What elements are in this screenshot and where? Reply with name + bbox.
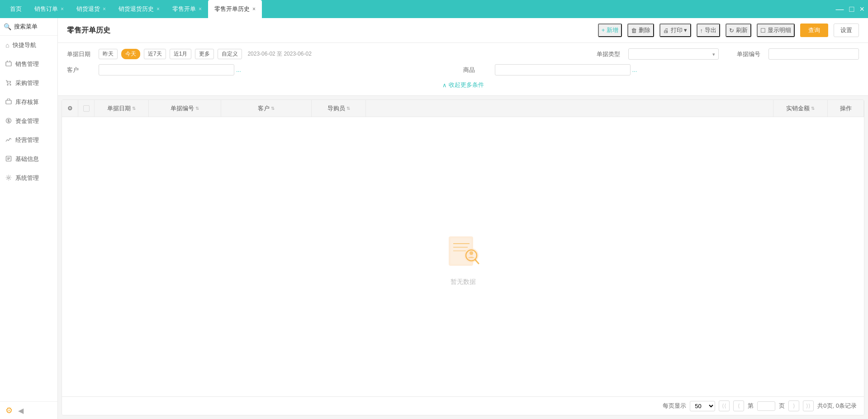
sidebar-bottom: ⚙ ◀: [0, 401, 57, 419]
delete-button[interactable]: 🗑 🗑 删除 删除: [627, 24, 654, 37]
export-icon: ↑: [700, 27, 703, 34]
sidebar-item-operations[interactable]: 经营管理: [0, 131, 57, 150]
sidebar-item-purchase[interactable]: 采购管理: [0, 74, 57, 93]
close-window-button[interactable]: ×: [859, 5, 864, 13]
collapse-sidebar-icon[interactable]: ◀: [18, 406, 24, 415]
date-btn-7days[interactable]: 近7天: [144, 49, 166, 59]
page-size-select[interactable]: 50 100 200: [690, 401, 715, 411]
table-area: ⚙ 单据日期 ⇅ 单据编号 ⇅ 客户 ⇅ 导购员: [62, 99, 864, 415]
tab-return[interactable]: 销货退货 ×: [70, 0, 112, 18]
tab-retail-order-close[interactable]: ×: [199, 6, 202, 12]
select-all-checkbox[interactable]: [83, 105, 90, 112]
maximize-button[interactable]: □: [849, 5, 854, 13]
th-customer-label: 客户: [258, 104, 270, 113]
type-select[interactable]: [628, 48, 719, 60]
tab-sales-order[interactable]: 销售订单 ×: [28, 0, 70, 18]
tab-retail-order[interactable]: 零售开单 ×: [166, 0, 208, 18]
prev-page-button[interactable]: ⟨: [733, 400, 744, 411]
settings-button[interactable]: 设置: [834, 24, 859, 37]
num-input[interactable]: [768, 48, 859, 60]
filter-area: 单据日期 昨天 今天 近7天 近1月 更多 自定义 2023-06-02 至 2…: [58, 43, 868, 96]
tab-sales-order-label: 销售订单: [34, 5, 58, 13]
settings-gear-icon[interactable]: ⚙: [5, 405, 13, 415]
content-area: 零售开单历史 + 新增 🗑 🗑 删除 删除 🖨 打印 ▾ ↑ 导出 ↻: [58, 18, 868, 419]
search-icon: 🔍: [4, 23, 11, 30]
collapse-button[interactable]: ∧ 收起更多条件: [437, 80, 489, 90]
tab-sales-order-close[interactable]: ×: [61, 6, 64, 12]
tab-home[interactable]: 首页: [4, 0, 28, 18]
sidebar-item-base-info[interactable]: 基础信息: [0, 150, 57, 169]
th-num[interactable]: 单据编号 ⇅: [149, 100, 221, 117]
customer-ellipsis-btn[interactable]: ...: [234, 66, 243, 73]
date-btn-custom[interactable]: 自定义: [218, 49, 242, 59]
svg-rect-3: [6, 100, 11, 104]
date-label: 单据日期: [67, 50, 99, 58]
page-title: 零售开单历史: [67, 26, 110, 41]
export-button[interactable]: ↑ 导出: [697, 24, 721, 37]
customer-input[interactable]: [99, 64, 234, 75]
purchase-icon: [5, 80, 12, 87]
th-guide[interactable]: 导购员 ⇅: [312, 100, 366, 117]
date-btn-yesterday[interactable]: 昨天: [99, 49, 118, 59]
add-button[interactable]: + 新增: [598, 24, 622, 37]
tab-return-history-close[interactable]: ×: [157, 6, 160, 12]
date-filters: 昨天 今天 近7天 近1月 更多 自定义 2023-06-02 至 2023-0…: [99, 49, 312, 59]
th-guide-label: 导购员: [327, 104, 345, 113]
goods-input[interactable]: [495, 64, 631, 75]
th-settings[interactable]: ⚙: [62, 100, 78, 117]
th-amount[interactable]: 实销金额 ⇅: [773, 100, 828, 117]
empty-text: 暂无数据: [451, 278, 476, 286]
table-header: ⚙ 单据日期 ⇅ 单据编号 ⇅ 客户 ⇅ 导购员: [62, 100, 864, 117]
tab-return-close[interactable]: ×: [103, 6, 106, 12]
date-btn-more[interactable]: 更多: [195, 49, 214, 59]
print-icon: 🖨: [663, 27, 669, 34]
customer-label: 客户: [67, 66, 99, 74]
th-checkbox[interactable]: [78, 100, 95, 117]
sidebar-search[interactable]: 🔍 搜索菜单: [0, 18, 57, 36]
svg-rect-0: [6, 62, 11, 66]
display-detail-button[interactable]: ☐ 显示明细: [757, 24, 795, 37]
window-controls: — □ ×: [830, 5, 864, 13]
goods-ellipsis-btn[interactable]: ...: [631, 66, 639, 73]
first-page-button[interactable]: ⟨⟨: [719, 400, 730, 411]
date-btn-today[interactable]: 今天: [121, 49, 140, 59]
sidebar-item-purchase-label: 采购管理: [15, 79, 39, 87]
sidebar-item-system[interactable]: 系统管理: [0, 169, 57, 188]
sidebar-item-sales[interactable]: 销售管理: [0, 55, 57, 74]
tab-retail-history[interactable]: 零售开单历史 ×: [208, 0, 262, 18]
home-icon: ⌂: [5, 42, 9, 49]
tab-retail-history-close[interactable]: ×: [252, 6, 256, 12]
sidebar-item-base-info-label: 基础信息: [15, 155, 39, 163]
sidebar-item-inventory[interactable]: 库存核算: [0, 93, 57, 112]
sidebar-item-finance-label: 资金管理: [15, 117, 39, 125]
nav-tabs: 首页 销售订单 × 销货退货 × 销货退货历史 × 零售开单 × 零售开单历史 …: [4, 0, 830, 18]
goods-label: 商品: [463, 66, 495, 74]
sidebar-item-system-label: 系统管理: [15, 174, 39, 182]
page-unit: 页: [779, 402, 785, 410]
sidebar-item-finance[interactable]: 资金管理: [0, 112, 57, 131]
th-flex: [366, 100, 773, 117]
last-page-button[interactable]: ⟩⟩: [803, 400, 814, 411]
date-btn-1month[interactable]: 近1月: [170, 49, 192, 59]
query-button[interactable]: 查询: [800, 24, 828, 37]
sidebar-item-quick-nav[interactable]: ⌂ 快捷导航: [0, 36, 57, 55]
empty-illustration: [441, 227, 486, 273]
th-date[interactable]: 单据日期 ⇅: [95, 100, 149, 117]
refresh-button[interactable]: ↻ 刷新: [726, 24, 751, 37]
next-page-button[interactable]: ⟩: [788, 400, 799, 411]
filter-row-1: 单据日期 昨天 今天 近7天 近1月 更多 自定义 2023-06-02 至 2…: [67, 48, 859, 60]
filter-row-2: 客户 ... 商品 ...: [67, 64, 859, 75]
tab-return-history[interactable]: 销货退货历史 ×: [112, 0, 166, 18]
th-amount-label: 实销金额: [786, 104, 810, 113]
sort-customer-icon: ⇅: [271, 106, 275, 111]
minimize-button[interactable]: —: [836, 5, 844, 13]
total-info: 共0页, 0条记录: [817, 402, 857, 410]
th-customer[interactable]: 客户 ⇅: [221, 100, 312, 117]
collapse-icon: ∧: [442, 82, 447, 89]
page-number-input[interactable]: 1: [757, 401, 775, 411]
system-icon: [5, 174, 12, 182]
sort-amount-icon: ⇅: [811, 106, 815, 111]
th-action-label: 操作: [840, 104, 852, 113]
sidebar: 🔍 搜索菜单 ⌂ 快捷导航 销售管理: [0, 18, 58, 419]
print-button[interactable]: 🖨 打印 ▾: [659, 24, 691, 37]
